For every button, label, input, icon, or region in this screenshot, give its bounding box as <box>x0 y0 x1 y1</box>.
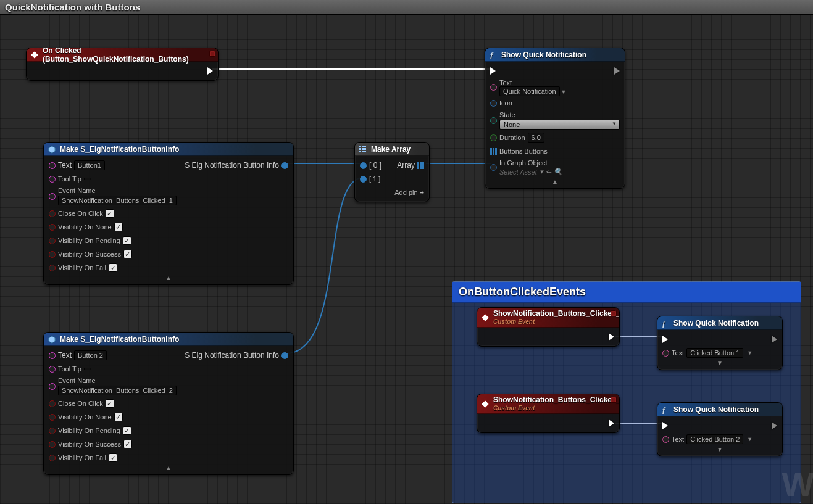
exec-out-pin[interactable] <box>614 67 620 75</box>
text-input[interactable]: Clicked Button 1 <box>686 348 743 358</box>
vis-none-checkbox[interactable]: ✓ <box>114 223 123 231</box>
eventname-input[interactable]: ShowNotification_Buttons_Clicked_1 <box>58 196 177 205</box>
vis-pending-checkbox[interactable]: ✓ <box>123 236 131 245</box>
node-on-clicked-event[interactable]: On Clicked (Button_ShowQuickNotification… <box>26 48 219 81</box>
chevron-down-icon[interactable]: ▼ <box>561 89 567 95</box>
pin-duration[interactable] <box>490 134 497 141</box>
node-show-quick-notification[interactable]: f Show Quick Notification Text Quick Not… <box>485 48 625 189</box>
function-icon: f <box>661 319 670 328</box>
svg-text:f: f <box>662 405 666 414</box>
exec-in-pin[interactable] <box>662 422 668 429</box>
chevron-down-icon[interactable]: ▼ <box>747 350 753 356</box>
exec-out-pin[interactable] <box>609 419 614 427</box>
pin-text[interactable] <box>49 162 56 169</box>
chevron-down-icon[interactable]: ▼ <box>747 436 753 442</box>
node-make-array[interactable]: Make Array [ 0 ] Array [ 1 ] Add pin + <box>354 142 430 202</box>
label: Text <box>672 349 684 357</box>
chevron-down-icon[interactable]: ▾ <box>540 168 543 176</box>
vis-fail-checkbox[interactable]: ✓ <box>109 263 117 272</box>
add-pin-icon[interactable]: + <box>420 189 424 196</box>
expand-node-icon[interactable]: ▲ <box>44 465 293 472</box>
pin-vis-pending[interactable] <box>49 428 56 434</box>
text-input[interactable]: Clicked Button 2 <box>686 434 743 444</box>
pin-vis-fail[interactable] <box>49 265 56 271</box>
function-icon: f <box>661 405 670 414</box>
pin-close[interactable] <box>49 400 56 407</box>
pin-in-0[interactable] <box>360 162 367 169</box>
expand-node-icon[interactable]: ▲ <box>44 275 293 282</box>
node-show-quick-mini-1[interactable]: f Show Quick Notification Text Clicked B… <box>657 316 783 370</box>
vis-success-checkbox[interactable]: ✓ <box>123 440 132 448</box>
exec-out-pin[interactable] <box>207 67 213 75</box>
breakpoint-indicator-icon[interactable] <box>611 397 617 403</box>
use-selected-icon[interactable]: ⇐ <box>546 168 551 176</box>
svg-marker-11 <box>482 314 489 321</box>
exec-in-pin[interactable] <box>662 336 668 343</box>
pin-graph-object[interactable] <box>490 164 497 171</box>
asset-picker[interactable]: Select Asset ▾ ⇐ 🔍 <box>499 168 562 176</box>
label: Close On Click <box>58 400 103 407</box>
expand-node-icon[interactable]: ▲ <box>485 178 625 186</box>
pin-text[interactable] <box>662 350 669 357</box>
vis-fail-checkbox[interactable]: ✓ <box>109 453 117 462</box>
vis-success-checkbox[interactable]: ✓ <box>123 250 132 258</box>
vis-none-checkbox[interactable]: ✓ <box>114 413 123 421</box>
label: Text <box>58 351 72 360</box>
node-custom-event-2[interactable]: ShowNotification_Buttons_Clicked_2 Custo… <box>477 394 620 433</box>
node-title: Show Quick Notification <box>501 51 586 59</box>
breakpoint-indicator-icon[interactable] <box>209 51 215 57</box>
browse-icon[interactable]: 🔍 <box>554 168 562 176</box>
svg-rect-9 <box>362 151 364 152</box>
exec-out-pin[interactable] <box>609 333 614 341</box>
node-make-struct-2[interactable]: Make S_ElgNotificationButtonInfo Text Bu… <box>43 332 294 475</box>
event-icon <box>30 51 39 59</box>
vis-pending-checkbox[interactable]: ✓ <box>123 426 131 435</box>
pin-state[interactable] <box>490 117 497 124</box>
pin-vis-success[interactable] <box>49 251 56 258</box>
close-checkbox[interactable]: ✓ <box>106 209 114 218</box>
tooltip-input[interactable] <box>84 178 91 180</box>
close-checkbox[interactable]: ✓ <box>106 399 114 408</box>
pin-array-out[interactable] <box>417 162 424 169</box>
pin-text[interactable] <box>662 436 669 443</box>
pin-vis-pending[interactable] <box>49 238 56 244</box>
pin-vis-success[interactable] <box>49 441 56 448</box>
exec-out-pin[interactable] <box>772 336 777 343</box>
text-value-input[interactable]: Quick Notification <box>499 86 560 96</box>
pin-tooltip[interactable] <box>49 366 56 373</box>
pin-tooltip[interactable] <box>49 176 56 183</box>
expand-node-icon[interactable]: ▼ <box>657 360 782 367</box>
breakpoint-indicator-icon[interactable] <box>611 310 617 316</box>
blueprint-canvas[interactable]: On Clicked (Button_ShowQuickNotification… <box>0 15 813 504</box>
state-dropdown[interactable]: None <box>499 120 620 130</box>
struct-icon <box>48 145 56 154</box>
pin-vis-none[interactable] <box>49 224 56 231</box>
node-make-struct-1[interactable]: Make S_ElgNotificationButtonInfo Text Bu… <box>43 142 294 285</box>
pin-eventname[interactable] <box>49 383 56 390</box>
label: Visibility On Success <box>58 440 121 448</box>
pin-text[interactable] <box>49 352 56 359</box>
eventname-input[interactable]: ShowNotification_Buttons_Clicked_2 <box>58 386 177 395</box>
node-title: Make S_ElgNotificationButtonInfo <box>60 145 179 154</box>
pin-struct-out[interactable] <box>281 352 288 359</box>
pin-struct-out[interactable] <box>281 162 288 169</box>
node-custom-event-1[interactable]: ShowNotification_Buttons_Clicked_1 Custo… <box>477 307 620 347</box>
duration-input[interactable]: 6.0 <box>528 133 544 143</box>
svg-rect-8 <box>359 151 361 152</box>
pin-buttons-array[interactable] <box>490 148 497 155</box>
tooltip-input[interactable] <box>84 368 91 370</box>
pin-close[interactable] <box>49 210 56 217</box>
pin-text[interactable] <box>490 84 497 91</box>
exec-in-pin[interactable] <box>490 67 496 75</box>
expand-node-icon[interactable]: ▼ <box>657 446 782 453</box>
pin-in-1[interactable] <box>360 176 367 183</box>
pin-icon[interactable] <box>490 100 497 107</box>
pin-vis-fail[interactable] <box>49 455 56 461</box>
text-input[interactable]: Button 2 <box>74 350 107 360</box>
comment-title[interactable]: OnButtonClickedEvents <box>452 282 801 303</box>
node-show-quick-mini-2[interactable]: f Show Quick Notification Text Clicked B… <box>657 402 783 456</box>
pin-eventname[interactable] <box>49 193 56 200</box>
pin-vis-none[interactable] <box>49 414 56 421</box>
text-input[interactable]: Button1 <box>74 160 105 170</box>
exec-out-pin[interactable] <box>772 422 777 429</box>
